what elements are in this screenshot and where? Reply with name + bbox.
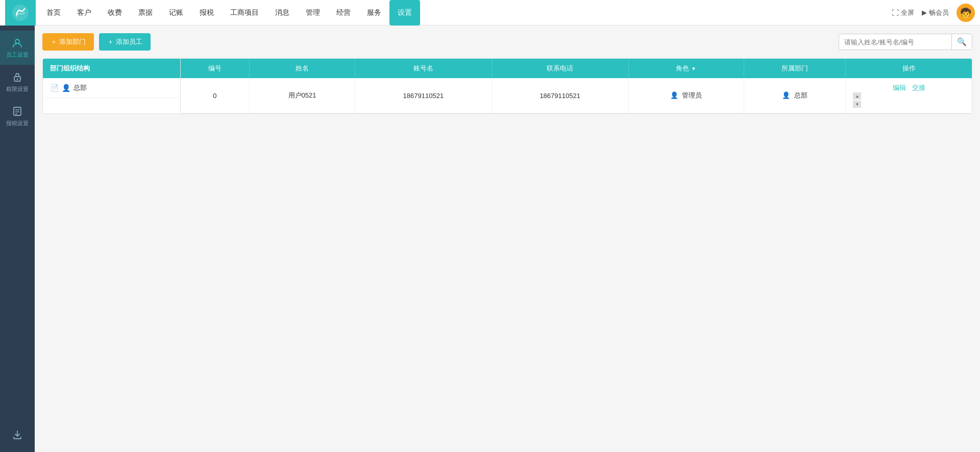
- plus-icon-dept: ＋: [51, 37, 57, 46]
- nav-manage[interactable]: 管理: [298, 0, 328, 26]
- th-name: 姓名: [249, 59, 355, 78]
- logo: [5, 0, 36, 26]
- sidebar-tax-label: 报税设置: [6, 120, 29, 127]
- emp-table-wrap: 编号 姓名 账号名 联系电话: [181, 59, 972, 113]
- edit-link[interactable]: 编辑: [893, 84, 906, 91]
- sidebar-item-employee[interactable]: 员工设置: [0, 31, 35, 65]
- nav-service[interactable]: 服务: [359, 0, 389, 26]
- table-row: 0 用户0521 18679110521 18679110521: [181, 78, 972, 113]
- user-settings-icon: [11, 37, 23, 49]
- nav-settings[interactable]: 设置: [389, 0, 420, 26]
- avatar[interactable]: 🧒: [957, 4, 975, 22]
- role-user-icon: 👤: [670, 91, 678, 99]
- scroll-up-btn[interactable]: ▲: [853, 92, 861, 100]
- sidebar-bottom: [0, 422, 35, 452]
- top-navigation: 首页 客户 收费 票据 记账 报税 工商项目 消息 管理 经营 服务 设置 ⛶ …: [0, 0, 980, 26]
- cell-phone: 18679110521: [492, 78, 628, 113]
- transfer-link[interactable]: 交接: [912, 84, 925, 91]
- main-layout: 员工设置 权限设置 报税设置: [0, 26, 980, 452]
- avatar-icon: 🧒: [960, 7, 971, 18]
- add-dept-button[interactable]: ＋ 添加部门: [42, 33, 94, 51]
- top-nav-right: ⛶ 全屏 ▶ 畅会员 🧒: [892, 4, 975, 22]
- th-dept: 所属部门: [744, 59, 846, 78]
- member-icon: ▶: [922, 9, 927, 16]
- dept-tree-title: 部门组织结构: [50, 64, 90, 72]
- file-icon: 📄: [50, 84, 59, 92]
- svg-point-0: [12, 5, 29, 21]
- nav-tax[interactable]: 报税: [191, 0, 222, 26]
- search-icon: 🔍: [957, 37, 967, 46]
- nav-tickets[interactable]: 票据: [130, 0, 161, 26]
- sidebar-permission-label: 权限设置: [6, 85, 29, 93]
- download-icon: [11, 429, 23, 441]
- add-emp-label: 添加员工: [116, 37, 142, 46]
- fullscreen-label: 全屏: [901, 8, 914, 17]
- th-phone: 联系电话: [492, 59, 628, 78]
- cell-number: 0: [181, 78, 249, 113]
- search-input[interactable]: [839, 35, 951, 49]
- action-scroll: ▲ ▼: [853, 92, 965, 108]
- svg-point-1: [15, 39, 19, 43]
- cell-action: 编辑 交接 ▲ ▼: [846, 78, 972, 113]
- search-box: 🔍: [839, 34, 972, 50]
- main-panel: 部门组织结构 📄 👤 总部 编号: [42, 58, 972, 114]
- cell-account: 18679110521: [355, 78, 492, 113]
- sidebar: 员工设置 权限设置 报税设置: [0, 26, 35, 452]
- lock-settings-icon: [11, 71, 23, 83]
- add-emp-button[interactable]: ＋ 添加员工: [99, 33, 151, 51]
- dept-name-general: 总部: [74, 83, 87, 92]
- th-action: 操作: [846, 59, 972, 78]
- table-header-row: 编号 姓名 账号名 联系电话: [181, 59, 972, 78]
- sidebar-item-tax-settings[interactable]: 报税设置: [0, 99, 35, 133]
- th-role: 角色 ▼: [628, 59, 744, 78]
- nav-business[interactable]: 工商项目: [222, 0, 267, 26]
- th-account: 账号名: [355, 59, 492, 78]
- nav-billing[interactable]: 收费: [100, 0, 130, 26]
- cell-name: 用户0521: [249, 78, 355, 113]
- role-filter-icon[interactable]: ▼: [691, 66, 696, 72]
- dept-tree: 部门组织结构 📄 👤 总部: [43, 59, 181, 113]
- nav-accounting[interactable]: 记账: [161, 0, 191, 26]
- add-dept-label: 添加部门: [59, 37, 86, 46]
- scroll-down-btn[interactable]: ▼: [853, 101, 861, 108]
- svg-point-3: [17, 79, 18, 80]
- toolbar: ＋ 添加部门 ＋ 添加员工 🔍: [42, 33, 972, 51]
- plus-icon-emp: ＋: [107, 37, 114, 46]
- sidebar-employee-label: 员工设置: [6, 51, 29, 59]
- sidebar-download[interactable]: [0, 422, 35, 447]
- tax-settings-icon: [11, 105, 23, 117]
- sidebar-item-permission[interactable]: 权限设置: [0, 65, 35, 99]
- nav-items: 首页 客户 收费 票据 记账 报税 工商项目 消息 管理 经营 服务 设置: [38, 0, 892, 26]
- member-button[interactable]: ▶ 畅会员: [922, 8, 949, 17]
- nav-home[interactable]: 首页: [38, 0, 69, 26]
- emp-table: 编号 姓名 账号名 联系电话: [181, 59, 972, 113]
- cell-role: 👤 管理员: [628, 78, 744, 113]
- dept-tree-header: 部门组织结构: [43, 59, 180, 78]
- member-label: 畅会员: [929, 8, 949, 17]
- nav-operations[interactable]: 经营: [328, 0, 359, 26]
- fullscreen-icon: ⛶: [892, 9, 899, 17]
- nav-client[interactable]: 客户: [69, 0, 100, 26]
- cell-dept: 👤 总部: [744, 78, 846, 113]
- search-button[interactable]: 🔍: [951, 34, 972, 50]
- th-number: 编号: [181, 59, 249, 78]
- user-icon-dept: 👤: [62, 84, 70, 92]
- fullscreen-button[interactable]: ⛶ 全屏: [892, 8, 914, 17]
- nav-message[interactable]: 消息: [267, 0, 298, 26]
- dept-user-icon: 👤: [782, 91, 790, 99]
- dept-tree-item-general[interactable]: 📄 👤 总部: [43, 78, 180, 98]
- content-area: ＋ 添加部门 ＋ 添加员工 🔍 部门组织结构 📄: [35, 26, 980, 452]
